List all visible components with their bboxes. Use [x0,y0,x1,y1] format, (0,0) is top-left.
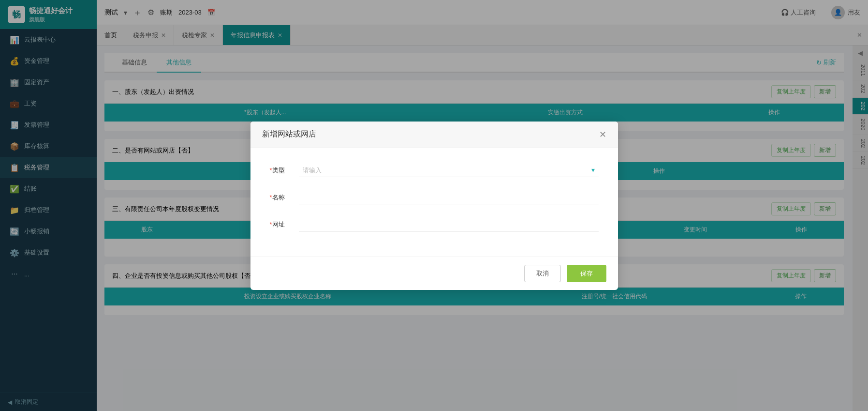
dialog-body: *类型 请输入 ▾ *名称 *网址 [250,148,618,257]
dialog-field-url: *网址 [270,218,599,231]
dialog-field-type: *类型 请输入 ▾ [270,164,599,177]
dialog-type-select[interactable]: 请输入 [299,164,599,177]
dialog-overlay: 新增网站或网店 ✕ *类型 请输入 ▾ *名称 [0,0,868,411]
dialog-type-label: *类型 [270,166,299,175]
dialog-type-select-wrap: 请输入 ▾ [299,164,599,177]
dialog-field-name: *名称 [270,191,599,204]
add-website-dialog: 新增网站或网店 ✕ *类型 请输入 ▾ *名称 [250,122,618,290]
save-button[interactable]: 保存 [567,265,606,282]
dialog-name-label: *名称 [270,193,299,202]
dialog-close-button[interactable]: ✕ [599,129,606,140]
dialog-url-label: *网址 [270,220,299,229]
cancel-button[interactable]: 取消 [524,265,561,282]
dialog-title: 新增网站或网店 [262,129,316,139]
dialog-header: 新增网站或网店 ✕ [250,122,618,148]
dialog-name-input[interactable] [299,191,599,204]
dialog-footer: 取消 保存 [250,257,618,290]
dialog-url-input[interactable] [299,218,599,231]
